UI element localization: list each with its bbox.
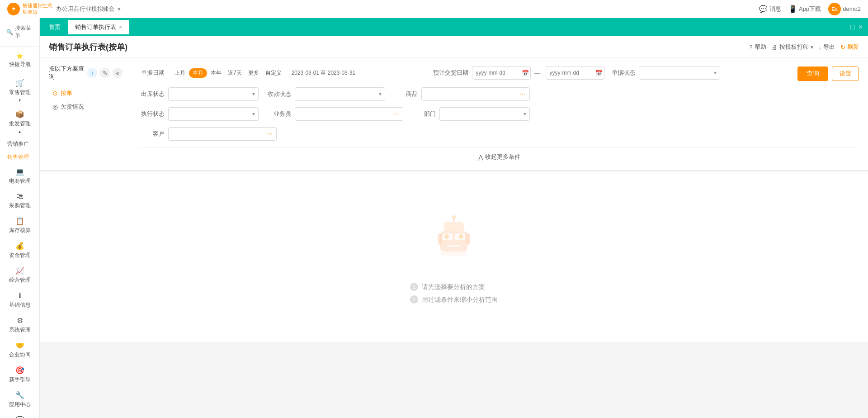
- refresh-icon: ↻: [840, 44, 845, 51]
- guide-icon: 🎯: [15, 366, 24, 375]
- collapse-more-btn[interactable]: ⋀ 收起更多条件: [139, 151, 859, 163]
- chevron-down-icon: ▾: [19, 98, 21, 103]
- goods-input-box[interactable]: ···: [421, 87, 530, 101]
- message-btn[interactable]: 💬 消息: [759, 5, 781, 13]
- dept-select[interactable]: 全部: [439, 107, 530, 121]
- customer-label: 客户: [139, 130, 165, 138]
- forecast-date-end[interactable]: [546, 66, 604, 80]
- scheme-item-shortage[interactable]: ◎ 欠货情况: [49, 100, 123, 114]
- customer-input-box[interactable]: ···: [168, 127, 277, 141]
- date-tab-this-month[interactable]: 本月: [189, 68, 207, 78]
- search-menu-btn[interactable]: 🔍 搜索菜单: [4, 23, 36, 42]
- exec-status-label: 执行状态: [139, 110, 165, 118]
- order-status-select[interactable]: 全部: [639, 66, 720, 80]
- query-button[interactable]: 查询: [797, 66, 828, 81]
- ecommerce-icon: 💻: [15, 167, 24, 176]
- step-num-1: 1: [410, 283, 418, 291]
- top-bar-right: 💬 消息 📱 App下载 Ea demo2: [759, 3, 861, 15]
- sidebar-item-marketing[interactable]: 营销推广: [0, 138, 39, 151]
- tab-active[interactable]: 销售订单执行表 ×: [68, 20, 129, 34]
- sidebar-item-corp-collab[interactable]: 🤝 企业协同: [0, 337, 39, 362]
- sidebar-item-wechat[interactable]: 💬 企业微信: [0, 412, 39, 418]
- ship-status-field: 出库状态 全部 ▾: [139, 87, 259, 101]
- date-tab-last-month[interactable]: 上月: [172, 68, 188, 78]
- sidebar-item-basic-info[interactable]: ℹ 基础信息: [0, 288, 39, 313]
- page-header: 销售订单执行表(按单) ? 帮助 🖨 按模板打印 ▾ ↓: [40, 36, 868, 57]
- user-area[interactable]: Ea demo2: [828, 3, 861, 15]
- edit-scheme-btn[interactable]: ✎: [100, 68, 110, 78]
- forecast-date-label: 预计交货日期: [433, 69, 468, 77]
- receipt-status-select[interactable]: 全部: [295, 87, 385, 101]
- operations-icon: 📈: [15, 266, 24, 275]
- sidebar-item-operations[interactable]: 📈 经营管理: [0, 263, 39, 288]
- app-download-btn[interactable]: 📱 App下载: [788, 5, 821, 13]
- top-bar-left: ✦ 畅捷通好生意 标准版 办公用品行业模拟账套 ▼: [7, 3, 122, 15]
- filter-row-2: 出库状态 全部 ▾ 收款状态: [139, 87, 859, 101]
- refresh-btn[interactable]: ↻ 刷新: [840, 43, 859, 51]
- date-tab-custom[interactable]: 自定义: [263, 68, 284, 78]
- ship-status-select[interactable]: 全部: [168, 87, 259, 101]
- order-status-field: 单据状态 全部 ▾: [610, 66, 720, 80]
- sidebar-item-app-center[interactable]: 🔧 应用中心: [0, 387, 39, 412]
- close-window-btn[interactable]: ×: [859, 23, 863, 31]
- export-icon: ↓: [819, 44, 822, 51]
- svg-rect-6: [447, 245, 461, 247]
- exec-status-select[interactable]: 全部: [168, 107, 259, 121]
- sidebar-item-purchase[interactable]: 🛍 采购管理: [0, 189, 39, 213]
- purchase-icon: 🛍: [16, 192, 24, 200]
- print-btn[interactable]: 🖨 按模板打印 ▾: [772, 43, 813, 51]
- salesman-field: 业务员 ···: [266, 107, 403, 121]
- salesman-label: 业务员: [266, 110, 291, 118]
- sidebar-item-sales[interactable]: 销售管理: [0, 151, 39, 164]
- quick-nav-section: ⭐ 快捷导航: [0, 47, 39, 75]
- date-tab-7days[interactable]: 近7天: [225, 68, 245, 78]
- scheme-actions: + ✎ «: [87, 68, 123, 78]
- salesman-input-box[interactable]: ···: [295, 107, 403, 121]
- minimize-window-btn[interactable]: □: [850, 23, 855, 31]
- sidebar-item-system[interactable]: ⚙ 系统管理: [0, 313, 39, 337]
- exec-status-select-wrap: 全部 ▾: [168, 107, 259, 121]
- help-btn[interactable]: ? 帮助: [749, 43, 766, 51]
- collapse-scheme-btn[interactable]: «: [113, 68, 123, 78]
- goods-field: 商品 ···: [392, 87, 530, 101]
- corp-collab-icon: 🤝: [15, 341, 24, 350]
- logo-area: ✦ 畅捷通好生意 标准版: [7, 3, 52, 15]
- message-icon: 💬: [759, 5, 768, 13]
- avatar: Ea: [828, 3, 841, 15]
- tab-home[interactable]: 首页: [42, 20, 68, 34]
- date-tab-this-year[interactable]: 本年: [208, 68, 224, 78]
- forecast-date-start-wrap: 📅: [472, 66, 529, 80]
- quick-nav-btn[interactable]: ⭐ 快捷导航: [0, 49, 39, 72]
- ship-status-label: 出库状态: [139, 90, 165, 98]
- svg-rect-7: [438, 233, 442, 245]
- add-icon: +: [90, 70, 94, 76]
- svg-rect-8: [466, 233, 470, 245]
- page-title: 销售订单执行表(按单): [49, 42, 127, 52]
- chevron-left-icon: «: [116, 70, 119, 76]
- tab-close-btn[interactable]: ×: [119, 24, 122, 30]
- tab-bar: 首页 销售订单执行表 × □ ×: [40, 18, 868, 36]
- app-title-area[interactable]: 办公用品行业模拟账套 ▼: [56, 5, 122, 13]
- retail-icon: 🛒: [15, 79, 24, 87]
- export-btn[interactable]: ↓ 导出: [819, 43, 835, 51]
- sidebar-item-inventory[interactable]: 📋 库存核算: [0, 213, 39, 238]
- filter-panel: 按以下方案查询 + ✎ «: [40, 57, 868, 171]
- settings-button[interactable]: 设置: [832, 66, 859, 81]
- app-title-arrow[interactable]: ▼: [117, 6, 122, 12]
- date-tab-more[interactable]: 更多: [245, 68, 262, 78]
- scheme-item-by-order[interactable]: ⊙ 按单: [49, 86, 123, 100]
- sidebar-item-retail[interactable]: 🛒 零售管理 ▾: [0, 75, 39, 106]
- sidebar-item-finance[interactable]: 💰 资金管理: [0, 238, 39, 263]
- print-arrow-icon: ▾: [811, 44, 813, 50]
- sidebar-item-ecommerce[interactable]: 💻 电商管理: [0, 164, 39, 189]
- goods-label: 商品: [392, 90, 418, 98]
- scheme-panel: 按以下方案查询 + ✎ «: [49, 65, 130, 163]
- sidebar-item-guide[interactable]: 🎯 新手引导: [0, 362, 39, 387]
- date-field: 单据日期 上月 本月 本年 近7天 更多 自定义: [139, 68, 284, 78]
- help-icon: ?: [749, 44, 752, 51]
- add-scheme-btn[interactable]: +: [87, 68, 97, 78]
- sidebar-item-wholesale[interactable]: 📦 批发管理 ▴: [0, 106, 39, 138]
- forecast-date-start[interactable]: [472, 66, 531, 80]
- logo-text: 畅捷通好生意 标准版: [23, 3, 52, 14]
- receipt-status-field: 收款状态 全部 ▾: [266, 87, 385, 101]
